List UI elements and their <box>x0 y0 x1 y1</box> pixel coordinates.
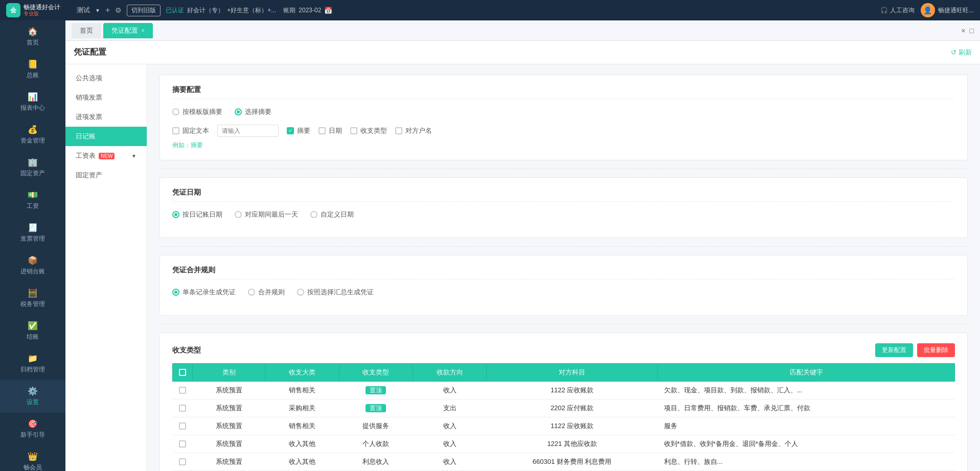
radio-by-template[interactable]: 按模板版摘要 <box>172 107 222 116</box>
sidebar-item-home[interactable]: 🏠 首页 <box>0 20 65 53</box>
row-type-1: 置顶 <box>339 399 413 417</box>
page-title: 凭证配置 <box>74 47 106 58</box>
th-category: 类别 <box>193 364 265 382</box>
tab-close-icon[interactable]: × <box>141 27 145 34</box>
calendar-icon[interactable]: 📅 <box>324 7 332 14</box>
divider-2 <box>159 246 968 247</box>
logo-text: 畅捷通好会计 专业版 <box>24 4 60 17</box>
invoice-icon: 🧾 <box>28 223 38 232</box>
radio-circle-merge <box>248 289 255 296</box>
row-account-3: 1221 其他应收款 <box>487 435 658 453</box>
tab-home[interactable]: 首页 <box>72 23 101 38</box>
radio-select-total[interactable]: 按照选择汇总生成凭证 <box>297 288 374 297</box>
left-nav-public[interactable]: 公共选项 <box>65 68 147 88</box>
status-tags: 已认证 好会计（专） +好生意（标）+... 账期 2023-02 📅 <box>166 6 332 15</box>
company-arrow[interactable]: ▼ <box>95 8 100 13</box>
new-badge: NEW <box>99 153 115 159</box>
radio-select-summary[interactable]: 选择摘要 <box>235 107 271 116</box>
row-major-type-4: 收入其他 <box>265 453 339 471</box>
user-info[interactable]: 👤 畅捷通旺旺... <box>921 3 974 17</box>
divider-3 <box>159 324 968 324</box>
sidebar-item-assets[interactable]: 🏢 固定资产 <box>0 151 65 184</box>
left-nav-purchase-invoice[interactable]: 进项发票 <box>65 107 147 127</box>
radio-circle-template <box>172 108 179 115</box>
sidebar-item-payroll[interactable]: 💵 工资 <box>0 184 65 217</box>
row-direction-3: 收入 <box>413 435 487 453</box>
guide-icon: 🎯 <box>28 419 38 429</box>
good-accounting-tag: 好会计（专） <box>187 6 224 15</box>
add-button[interactable]: + <box>105 6 110 15</box>
row-checkbox-0[interactable] <box>173 382 193 399</box>
row-checkbox-1[interactable] <box>173 399 193 417</box>
left-nav: 公共选项 销项发票 进项发票 日记账 工资表 NEW <box>65 64 147 471</box>
sidebar-item-reports[interactable]: 📊 报表中心 <box>0 86 65 119</box>
gear-icon[interactable]: ⚙ <box>115 6 122 14</box>
radio-period-last-day[interactable]: 对应期间最后一天 <box>235 210 298 219</box>
checkbox-counterparty[interactable]: 对方户名 <box>395 126 432 135</box>
table-row: 系统预置 销售相关 置顶 收入 1122 应收账款 欠款、现金、项目款、到款、报… <box>173 382 955 399</box>
checkbox-fixed-text[interactable]: 固定文本 <box>172 126 209 135</box>
checkbox-pay-type[interactable]: 收支类型 <box>350 126 387 135</box>
radio-circle-total <box>297 289 304 296</box>
sidebar-item-settle[interactable]: ✅ 结账 <box>0 315 65 347</box>
voucher-merge-radio-group: 单条记录生成凭证 合并规则 按照选择汇总生成凭证 <box>172 288 955 297</box>
table-row: 系统预置 销售相关 提供服务 收入 1122 应收账款 服务 <box>173 417 955 435</box>
sidebar-item-settings[interactable]: ⚙️ 设置 <box>0 380 65 413</box>
row-keywords-3: 收到*借款、收到*备用金、退回*备用金、个人 <box>658 435 955 453</box>
left-nav-fixed-assets[interactable]: 固定资产 <box>65 166 147 185</box>
row-keywords-0: 欠款、现金、项目款、到款、报销款、汇入、... <box>658 382 955 399</box>
sidebar-item-tax[interactable]: 🧮 税务管理 <box>0 282 65 315</box>
sidebar-item-ledger[interactable]: 📒 总账 <box>0 53 65 86</box>
table-row: 系统预置 收入其他 利息收入 收入 660301 财务费用 利息费用 利息、行转… <box>173 453 955 471</box>
settle-icon: ✅ <box>28 321 38 331</box>
radio-custom-date[interactable]: 自定义日期 <box>310 210 354 219</box>
tab-voucher-config[interactable]: 凭证配置 × <box>103 23 153 38</box>
row-direction-0: 收入 <box>413 382 487 399</box>
maximize-tab-button[interactable]: □ <box>970 27 974 35</box>
radio-journal-date[interactable]: 按日记账日期 <box>172 210 222 219</box>
th-account: 对方科目 <box>487 364 658 382</box>
radio-single-record[interactable]: 单条记录生成凭证 <box>172 288 236 297</box>
row-type-4: 利息收入 <box>339 453 413 471</box>
settings-icon: ⚙️ <box>28 386 38 396</box>
close-tab-button[interactable]: × <box>961 27 965 35</box>
radio-merge-rule[interactable]: 合并规则 <box>248 288 285 297</box>
income-expense-title: 收支类型 <box>172 346 201 355</box>
row-category-2: 系统预置 <box>193 417 265 435</box>
checkbox-box-date <box>318 127 326 134</box>
row-account-1: 2202 应付账款 <box>487 399 658 417</box>
checkbox-date[interactable]: 日期 <box>318 126 342 135</box>
table-action-buttons: 更新配置 批量删除 <box>875 343 955 357</box>
batch-delete-button[interactable]: 批量删除 <box>917 343 955 357</box>
service-button[interactable]: 🎧 人工咨询 <box>880 6 915 15</box>
voucher-date-section: 凭证日期 按日记账日期 对应期间最后一天 <box>159 177 968 238</box>
funds-icon: 💰 <box>28 125 38 134</box>
checkbox-box-counterparty <box>395 127 402 134</box>
row-major-type-1: 采购相关 <box>265 399 339 417</box>
row-checkbox-2[interactable] <box>173 417 193 435</box>
fixed-text-input[interactable] <box>217 125 279 137</box>
row-direction-1: 支出 <box>413 399 487 417</box>
checkbox-summary[interactable]: 摘要 <box>287 126 310 135</box>
th-checkbox[interactable] <box>173 364 193 382</box>
row-checkbox-4[interactable] <box>173 453 193 471</box>
sidebar-item-guide[interactable]: 🎯 新手引导 <box>0 413 65 445</box>
left-nav-sales-invoice[interactable]: 销项发票 <box>65 88 147 107</box>
topbar-right: 🎧 人工咨询 👤 畅捷通旺旺... <box>880 3 974 17</box>
certified-tag: 已认证 <box>166 6 184 15</box>
left-nav-journal[interactable]: 日记账 <box>65 127 147 146</box>
sidebar-item-member[interactable]: 👑 畅会员 <box>0 445 65 471</box>
update-config-button[interactable]: 更新配置 <box>875 343 913 357</box>
switch-old-button[interactable]: 切到旧版 <box>127 5 161 16</box>
left-nav-payroll-table[interactable]: 工资表 NEW ▼ <box>65 146 147 166</box>
good-biz-tag: +好生意（标）+... <box>227 6 276 15</box>
sidebar-item-funds[interactable]: 💰 资金管理 <box>0 119 65 151</box>
table-row: 系统预置 采购相关 置顶 支出 2202 应付账款 项目、日常费用、报销款、车费… <box>173 399 955 417</box>
refresh-button[interactable]: ↺ 刷新 <box>951 48 972 57</box>
sidebar-item-invoice[interactable]: 🧾 发票管理 <box>0 217 65 249</box>
sidebar-item-archive[interactable]: 📁 归档管理 <box>0 347 65 380</box>
member-icon: 👑 <box>28 452 38 461</box>
sidebar-item-purchase[interactable]: 📦 进销台账 <box>0 249 65 282</box>
row-checkbox-3[interactable] <box>173 435 193 453</box>
row-type-2: 提供服务 <box>339 417 413 435</box>
